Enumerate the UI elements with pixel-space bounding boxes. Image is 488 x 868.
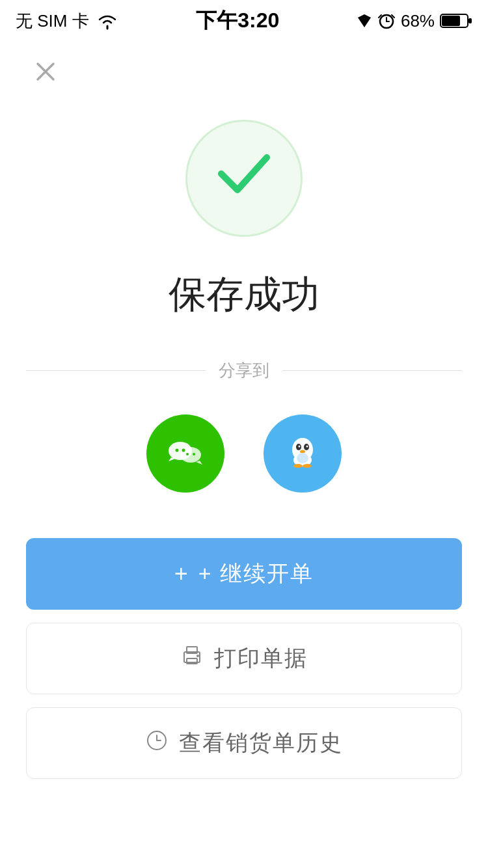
location-icon: [357, 13, 372, 29]
print-button[interactable]: 打印单据: [26, 623, 462, 694]
svg-rect-4: [442, 16, 460, 26]
action-buttons: + + 继续开单 打印单据 查看销货单历: [0, 538, 488, 779]
print-button-label: 打印单据: [214, 644, 308, 673]
divider-line-right: [282, 370, 462, 371]
divider-line-left: [26, 370, 206, 371]
svg-point-11: [182, 449, 185, 452]
checkmark-icon: [215, 148, 273, 209]
success-icon-circle: [185, 120, 303, 237]
svg-point-23: [297, 453, 308, 463]
alarm-icon: [377, 12, 396, 30]
share-label: 分享到: [206, 359, 282, 382]
svg-point-27: [197, 655, 199, 657]
svg-point-21: [293, 464, 303, 468]
print-icon: [180, 644, 204, 673]
battery-icon: [440, 12, 472, 29]
qq-share-button[interactable]: [264, 414, 342, 493]
svg-point-20: [300, 450, 305, 454]
svg-point-18: [299, 446, 301, 448]
main-content: 保存成功 分享到: [0, 42, 488, 779]
svg-point-19: [306, 446, 308, 448]
sim-status: 无 SIM 卡: [16, 10, 89, 33]
svg-point-22: [303, 464, 312, 468]
svg-rect-5: [468, 18, 472, 23]
svg-point-13: [193, 453, 195, 455]
success-title: 保存成功: [169, 269, 319, 320]
status-right: 68%: [357, 11, 472, 31]
status-bar: 无 SIM 卡 下午3:20 68%: [0, 0, 488, 42]
share-icons-container: [146, 414, 342, 493]
svg-point-12: [186, 453, 189, 455]
history-icon: [145, 729, 169, 757]
close-button[interactable]: [26, 52, 65, 91]
wifi-icon: [96, 12, 119, 30]
share-divider: 分享到: [0, 359, 488, 382]
continue-button[interactable]: + + 继续开单: [26, 538, 462, 610]
history-button-label: 查看销货单历史: [179, 728, 343, 758]
battery-percent: 68%: [401, 11, 435, 31]
history-button[interactable]: 查看销货单历史: [26, 707, 462, 779]
continue-button-label: + 继续开单: [198, 559, 314, 589]
wechat-share-button[interactable]: [146, 414, 224, 493]
status-left: 无 SIM 卡: [16, 10, 119, 33]
time-display: 下午3:20: [196, 7, 279, 35]
plus-icon: +: [174, 560, 188, 588]
svg-point-10: [176, 449, 179, 452]
